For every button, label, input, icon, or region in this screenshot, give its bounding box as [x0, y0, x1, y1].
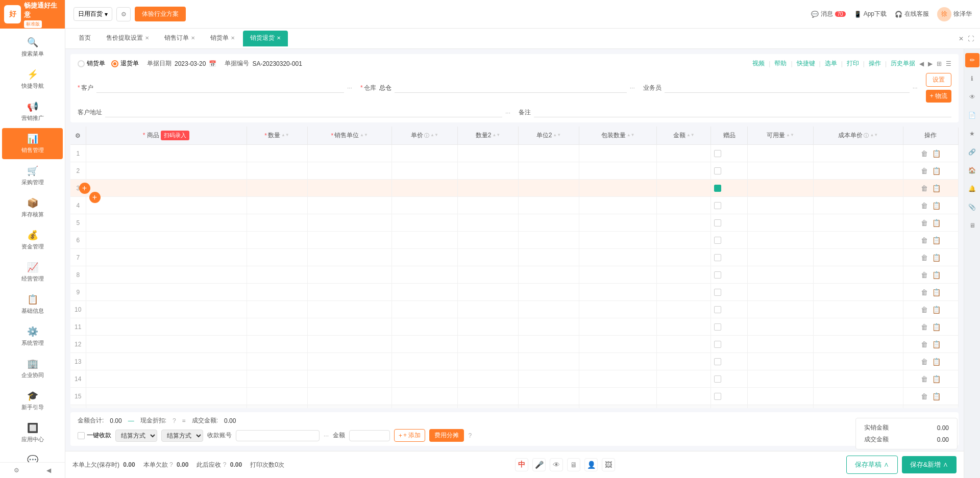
- unit-cell-12[interactable]: [307, 336, 391, 353]
- select-btn[interactable]: 选单: [825, 59, 837, 68]
- delete-btn-10[interactable]: 🗑: [920, 305, 929, 315]
- quantity-cell-2[interactable]: [247, 162, 307, 180]
- settings-icon[interactable]: ⚙: [75, 132, 81, 139]
- available-cell-4[interactable]: [747, 197, 813, 214]
- unit-price-cell-2[interactable]: [391, 162, 457, 180]
- cost-price-cell-4[interactable]: [814, 197, 903, 214]
- calc-method-select[interactable]: 结算方式: [161, 430, 203, 442]
- industry-selector[interactable]: 日用百货 ▾: [74, 7, 112, 21]
- delete-btn-4[interactable]: 🗑: [920, 200, 929, 211]
- quantity-cell-8[interactable]: [247, 266, 307, 284]
- sidebar-item-system[interactable]: ⚙️ 系统管理: [2, 321, 63, 352]
- pack-qty-cell-5[interactable]: [579, 214, 656, 232]
- warehouse-dots[interactable]: ···: [630, 84, 635, 91]
- sidebar-item-enterprise[interactable]: 🏢 企业协同: [2, 353, 63, 384]
- add-row-btn[interactable]: +: [79, 183, 90, 194]
- available-cell-9[interactable]: [747, 284, 813, 301]
- pack-qty-cell-12[interactable]: [579, 336, 656, 353]
- sidebar-item-search[interactable]: 🔍 搜索菜单: [2, 32, 63, 63]
- unit-price-cell-7[interactable]: [391, 249, 457, 266]
- delete-btn-7[interactable]: 🗑: [920, 253, 929, 263]
- right-panel-clip-icon[interactable]: 📎: [965, 200, 979, 214]
- quantity-cell-9[interactable]: [247, 284, 307, 301]
- sidebar-collapse-btn[interactable]: ◀: [46, 467, 51, 474]
- cost-price-cell-14[interactable]: [814, 370, 903, 388]
- available-cell-3[interactable]: [747, 180, 813, 197]
- qty2-cell-4[interactable]: [458, 197, 519, 214]
- quantity-cell-12[interactable]: [247, 336, 307, 353]
- gift-checkbox-3[interactable]: [714, 185, 721, 192]
- pack-qty-cell-2[interactable]: [579, 162, 656, 180]
- close-all-icon[interactable]: ✕: [959, 35, 964, 42]
- pack-qty-cell-7[interactable]: [579, 249, 656, 266]
- doc-debt-help[interactable]: ?: [169, 461, 173, 468]
- delete-btn-5[interactable]: 🗑: [920, 218, 929, 228]
- unit-price-cell-15[interactable]: [391, 388, 457, 405]
- unit-price-cell-5[interactable]: [391, 214, 457, 232]
- sidebar-item-purchase[interactable]: 🛒 采购管理: [2, 160, 63, 191]
- available-cell-6[interactable]: [747, 232, 813, 249]
- cost-price-cell-5[interactable]: [814, 214, 903, 232]
- shortcut-btn[interactable]: 快捷键: [797, 59, 815, 68]
- tab-close-sales[interactable]: ✕: [231, 35, 235, 41]
- qty2-cell-3[interactable]: [458, 180, 519, 197]
- unit-cell-4[interactable]: [307, 197, 391, 214]
- product-cell-2[interactable]: [86, 162, 247, 180]
- scan-input-btn[interactable]: 扫码录入: [161, 131, 189, 140]
- gift-cell-9[interactable]: [711, 284, 748, 301]
- pay-amount-input[interactable]: [349, 430, 390, 441]
- one-click-pay-checkbox[interactable]: 一键收款: [78, 431, 111, 440]
- copy-btn-8[interactable]: 📋: [931, 270, 942, 280]
- unit2-cell-14[interactable]: [518, 370, 579, 388]
- quantity-cell-6[interactable]: [247, 232, 307, 249]
- gift-checkbox-11[interactable]: [714, 323, 721, 331]
- copy-btn-4[interactable]: 📋: [931, 200, 942, 211]
- copy-btn-12[interactable]: 📋: [931, 339, 942, 349]
- cost-price-cell-9[interactable]: [814, 284, 903, 301]
- video-btn[interactable]: 视频: [752, 59, 765, 68]
- sidebar-item-sales[interactable]: 📊 销售管理: [2, 128, 63, 159]
- pack-qty-cell-15[interactable]: [579, 388, 656, 405]
- eye-icon[interactable]: 👁: [550, 458, 563, 471]
- tab-close-price-settings[interactable]: ✕: [145, 35, 149, 41]
- person-icon[interactable]: 👤: [584, 458, 598, 471]
- gift-cell-11[interactable]: [711, 318, 748, 336]
- unit-price-cell-4[interactable]: [391, 197, 457, 214]
- receivable-help[interactable]: ?: [223, 461, 227, 468]
- quantity-cell-11[interactable]: [247, 318, 307, 336]
- amount-cell-2[interactable]: [657, 162, 711, 180]
- pack-qty-cell-3[interactable]: [579, 180, 656, 197]
- topbar-settings-btn[interactable]: ⚙: [116, 7, 131, 21]
- gift-cell-14[interactable]: [711, 370, 748, 388]
- available-cell-12[interactable]: [747, 336, 813, 353]
- cost-price-cell-11[interactable]: [814, 318, 903, 336]
- product-cell-10[interactable]: [86, 301, 247, 318]
- input-method-icon[interactable]: 中: [515, 458, 528, 471]
- remark-input[interactable]: [534, 108, 951, 117]
- help-btn[interactable]: 帮助: [774, 59, 787, 68]
- cost-price-cell-3[interactable]: [814, 180, 903, 197]
- qty2-cell-10[interactable]: [458, 301, 519, 318]
- product-cell-7[interactable]: [86, 249, 247, 266]
- radio-sales[interactable]: 销货单: [78, 59, 105, 68]
- calendar-icon[interactable]: 📅: [209, 60, 216, 67]
- delete-btn-11[interactable]: 🗑: [920, 322, 929, 332]
- delete-btn-8[interactable]: 🗑: [920, 270, 929, 280]
- quantity-cell-10[interactable]: [247, 301, 307, 318]
- product-cell-3[interactable]: + +: [86, 180, 247, 197]
- gift-cell-15[interactable]: [711, 388, 748, 405]
- qty2-cell-14[interactable]: [458, 370, 519, 388]
- warehouse-input[interactable]: [395, 83, 627, 93]
- gift-checkbox-5[interactable]: [714, 219, 721, 227]
- addr-dots[interactable]: ···: [505, 109, 510, 116]
- salesperson-dots[interactable]: ···: [913, 84, 918, 91]
- pack-qty-cell-9[interactable]: [579, 284, 656, 301]
- copy-btn-10[interactable]: 📋: [931, 305, 942, 315]
- product-input[interactable]: [89, 185, 243, 192]
- available-cell-1[interactable]: [747, 145, 813, 162]
- amount-cell-6[interactable]: [657, 232, 711, 249]
- qty2-cell-8[interactable]: [458, 266, 519, 284]
- gift-checkbox-14[interactable]: [714, 375, 721, 383]
- unit2-cell-7[interactable]: [518, 249, 579, 266]
- available-cell-13[interactable]: [747, 353, 813, 370]
